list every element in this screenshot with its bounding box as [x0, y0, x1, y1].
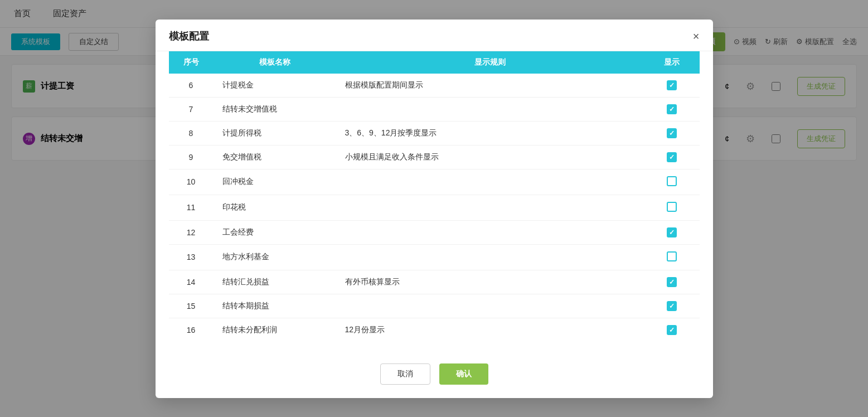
- table-row: 11印花税: [169, 195, 700, 220]
- config-table: 序号 模板名称 显示规则 显示 6计提税金根据模版配置期间显示7结转未交增值税8…: [169, 51, 700, 341]
- modal-close-button[interactable]: ×: [693, 31, 700, 42]
- table-row: 6计提税金根据模版配置期间显示: [169, 74, 700, 98]
- display-checkbox-13[interactable]: [667, 251, 677, 261]
- cell-rule: [336, 195, 644, 220]
- cell-seq: 6: [169, 74, 214, 98]
- cell-display[interactable]: [644, 121, 700, 145]
- confirm-button[interactable]: 确认: [439, 363, 488, 385]
- table-header-row: 序号 模板名称 显示规则 显示: [169, 51, 700, 74]
- cell-rule: [336, 244, 644, 270]
- cell-rule: 3、6、9、12月按季度显示: [336, 121, 644, 145]
- table-body: 6计提税金根据模版配置期间显示7结转未交增值税8计提所得税3、6、9、12月按季…: [169, 74, 700, 341]
- table-row: 14结转汇兑损益有外币核算显示: [169, 270, 700, 294]
- table-row: 12工会经费: [169, 220, 700, 244]
- th-seq: 序号: [169, 51, 214, 74]
- display-checkbox-11[interactable]: [667, 202, 677, 212]
- th-name: 模板名称: [214, 51, 336, 74]
- cell-seq: 12: [169, 220, 214, 244]
- cell-seq: 13: [169, 244, 214, 270]
- cancel-button[interactable]: 取消: [380, 363, 430, 385]
- display-checkbox-14[interactable]: [667, 277, 677, 287]
- cell-name: 回冲税金: [214, 169, 336, 195]
- cell-rule: [336, 169, 644, 195]
- cell-seq: 16: [169, 318, 214, 341]
- cell-display[interactable]: [644, 74, 700, 98]
- cell-seq: 7: [169, 97, 214, 121]
- cell-seq: 10: [169, 169, 214, 195]
- table-row: 16结转未分配利润12月份显示: [169, 318, 700, 341]
- table-scroll[interactable]: 序号 模板名称 显示规则 显示 6计提税金根据模版配置期间显示7结转未交增值税8…: [169, 51, 700, 341]
- cell-rule: [336, 294, 644, 318]
- table-row: 8计提所得税3、6、9、12月按季度显示: [169, 121, 700, 145]
- table-row: 10回冲税金: [169, 169, 700, 195]
- cell-display[interactable]: [644, 145, 700, 169]
- cell-display[interactable]: [644, 220, 700, 244]
- display-checkbox-8[interactable]: [667, 128, 677, 138]
- cell-rule: [336, 97, 644, 121]
- cell-name: 计提税金: [214, 74, 336, 98]
- display-checkbox-9[interactable]: [667, 152, 677, 162]
- modal-header: 模板配置 ×: [156, 20, 713, 51]
- modal-body: 序号 模板名称 显示规则 显示 6计提税金根据模版配置期间显示7结转未交增值税8…: [156, 51, 713, 355]
- cell-seq: 9: [169, 145, 214, 169]
- table-row: 13地方水利基金: [169, 244, 700, 270]
- table-row: 9免交增值税小规模且满足收入条件显示: [169, 145, 700, 169]
- cell-display[interactable]: [644, 270, 700, 294]
- display-checkbox-10[interactable]: [667, 176, 677, 186]
- cell-display[interactable]: [644, 318, 700, 341]
- display-checkbox-6[interactable]: [667, 80, 677, 90]
- cell-name: 结转汇兑损益: [214, 270, 336, 294]
- cell-name: 结转未分配利润: [214, 318, 336, 341]
- cell-name: 地方水利基金: [214, 244, 336, 270]
- cell-name: 印花税: [214, 195, 336, 220]
- display-checkbox-7[interactable]: [667, 104, 677, 114]
- cell-name: 结转未交增值税: [214, 97, 336, 121]
- cell-rule: [336, 220, 644, 244]
- cell-display[interactable]: [644, 195, 700, 220]
- cell-seq: 11: [169, 195, 214, 220]
- cell-rule: 12月份显示: [336, 318, 644, 341]
- display-checkbox-12[interactable]: [667, 227, 677, 237]
- th-display: 显示: [644, 51, 700, 74]
- table-row: 15结转本期损益: [169, 294, 700, 318]
- cell-rule: 有外币核算显示: [336, 270, 644, 294]
- table-row: 7结转未交增值税: [169, 97, 700, 121]
- display-checkbox-16[interactable]: [667, 325, 677, 335]
- cell-display[interactable]: [644, 169, 700, 195]
- modal-title: 模板配置: [169, 30, 209, 43]
- cell-rule: 小规模且满足收入条件显示: [336, 145, 644, 169]
- cell-rule: 根据模版配置期间显示: [336, 74, 644, 98]
- modal-overlay: 模板配置 × 序号 模板名称 显示规则 显示 6计提税金根据模版配置期间显: [0, 0, 868, 417]
- modal-template-config: 模板配置 × 序号 模板名称 显示规则 显示 6计提税金根据模版配置期间显: [156, 20, 713, 398]
- cell-name: 结转本期损益: [214, 294, 336, 318]
- cell-display[interactable]: [644, 294, 700, 318]
- table-head: 序号 模板名称 显示规则 显示: [169, 51, 700, 74]
- cell-seq: 14: [169, 270, 214, 294]
- cell-display[interactable]: [644, 97, 700, 121]
- cell-display[interactable]: [644, 244, 700, 270]
- cell-name: 免交增值税: [214, 145, 336, 169]
- display-checkbox-15[interactable]: [667, 301, 677, 311]
- modal-footer: 取消 确认: [156, 355, 713, 398]
- cell-seq: 8: [169, 121, 214, 145]
- cell-name: 计提所得税: [214, 121, 336, 145]
- cell-name: 工会经费: [214, 220, 336, 244]
- th-rule: 显示规则: [336, 51, 644, 74]
- cell-seq: 15: [169, 294, 214, 318]
